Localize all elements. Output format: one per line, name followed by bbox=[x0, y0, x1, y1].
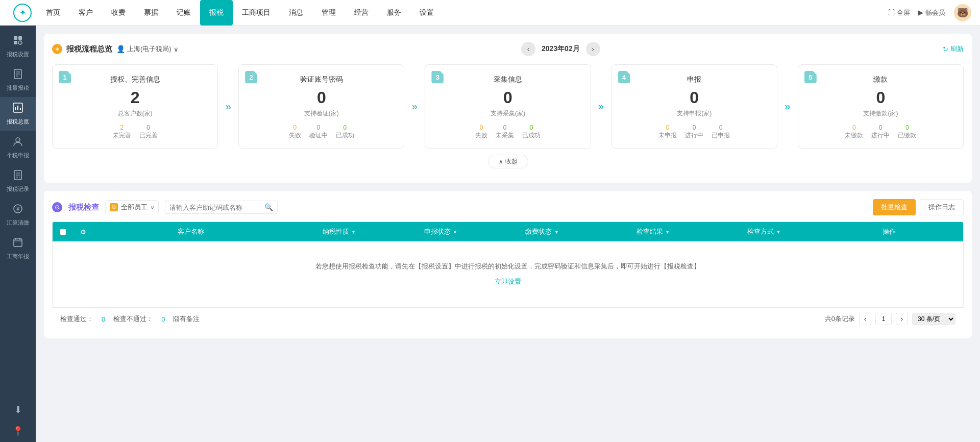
step-5-num: 5 bbox=[804, 71, 817, 83]
nav-operation[interactable]: 经营 bbox=[345, 0, 378, 26]
sidebar-item-location[interactable]: 📍 bbox=[0, 421, 36, 442]
sidebar-item-download[interactable]: ⬇ bbox=[0, 399, 36, 421]
month-navigation: ‹ 2023年02月 › bbox=[521, 42, 600, 56]
arrow-3-4: » bbox=[591, 64, 611, 149]
prev-page-button[interactable]: ‹ bbox=[859, 313, 871, 325]
th-pay-status[interactable]: 缴费状态 ▼ bbox=[492, 222, 593, 241]
prev-month-button[interactable]: ‹ bbox=[521, 42, 535, 56]
video-icon: ▶ bbox=[918, 9, 923, 16]
employee-filter-dropdown[interactable]: 员 全部员工 ∨ bbox=[105, 200, 159, 214]
page-number-input[interactable] bbox=[875, 313, 892, 325]
step-1-complete[interactable]: 0 已完善 bbox=[139, 124, 158, 140]
chevron-down-icon-filter: ∨ bbox=[151, 205, 154, 210]
flow-step-2: 2 验证账号密码 0 支持验证(家) 0 失败 0 验证中 bbox=[238, 64, 404, 149]
sidebar-item-batch-tax[interactable]: 批量报税 bbox=[0, 63, 36, 97]
th-tax-type[interactable]: 纳税性质 ▼ bbox=[288, 222, 390, 241]
step-2-fail[interactable]: 0 失败 bbox=[289, 124, 301, 140]
select-all-checkbox[interactable] bbox=[60, 229, 66, 235]
nav-service[interactable]: 服务 bbox=[378, 0, 410, 26]
empty-message: 若您想使用报税检查功能，请先在【报税设置】中进行报税的初始化设置，完成密码验证和… bbox=[53, 241, 963, 307]
th-check-method[interactable]: 检查方式 ▼ bbox=[714, 222, 815, 241]
step-3-success[interactable]: 0 已成功 bbox=[522, 124, 541, 140]
nav-message[interactable]: 消息 bbox=[280, 0, 312, 26]
sidebar-item-personal-tax[interactable]: 个税申报 bbox=[0, 131, 36, 164]
fail-count[interactable]: 0 bbox=[161, 315, 165, 323]
step-4-not-declared[interactable]: 0 未申报 bbox=[658, 124, 677, 140]
setup-link[interactable]: 立即设置 bbox=[73, 277, 943, 286]
nav-home[interactable]: 首页 bbox=[37, 0, 69, 26]
nav-client[interactable]: 客户 bbox=[69, 0, 102, 26]
step-5-paid[interactable]: 0 已缴款 bbox=[898, 124, 916, 140]
pagination: 共0条记录 ‹ › 30 条/页 50 条/页 100 条/页 bbox=[825, 313, 955, 325]
step-1-incomplete[interactable]: 2 未完善 bbox=[113, 124, 131, 140]
page-size-select[interactable]: 30 条/页 50 条/页 100 条/页 bbox=[912, 313, 955, 325]
fail-label: 检查不通过： bbox=[113, 314, 153, 324]
th-settings[interactable]: ⚙ bbox=[73, 222, 93, 241]
tax-record-icon bbox=[12, 169, 23, 183]
sidebar-item-tax-overview[interactable]: 报税总览 bbox=[0, 97, 36, 131]
empty-text: 若您想使用报税检查功能，请先在【报税设置】中进行报税的初始化设置，完成密码验证和… bbox=[73, 262, 943, 271]
step-3-num: 3 bbox=[431, 71, 444, 83]
main-nav: 首页 客户 收费 票据 记账 报税 工商项目 消息 管理 经营 服务 设置 bbox=[37, 0, 888, 26]
search-button[interactable]: 🔍 bbox=[264, 203, 273, 211]
tax-check-card: ⊙ 报税检查 员 全部员工 ∨ 🔍 批量检查 操作日志 bbox=[44, 191, 972, 338]
step-4-declared[interactable]: 0 已申报 bbox=[712, 124, 730, 140]
step-2-success[interactable]: 0 已成功 bbox=[336, 124, 354, 140]
operation-log-button[interactable]: 操作日志 bbox=[920, 199, 964, 215]
refresh-button[interactable]: ↻ 刷新 bbox=[943, 44, 964, 54]
sidebar-item-tax-record[interactable]: 报税记录 bbox=[0, 164, 36, 198]
nav-accounting[interactable]: 记账 bbox=[167, 0, 200, 26]
step-4-title: 申报 bbox=[620, 75, 769, 84]
fullscreen-button[interactable]: ⛶ 全屏 bbox=[888, 8, 910, 17]
step-1-stats: 2 未完善 0 已完善 bbox=[61, 124, 209, 140]
annual-report-icon bbox=[12, 237, 23, 251]
table-body: 若您想使用报税检查功能，请先在【报税设置】中进行报税的初始化设置，完成密码验证和… bbox=[53, 241, 963, 307]
nav-fee[interactable]: 收费 bbox=[102, 0, 135, 26]
nav-management[interactable]: 管理 bbox=[312, 0, 345, 26]
sidebar-item-tax-settings[interactable]: 报税设置 bbox=[0, 30, 36, 63]
tax-overview-icon bbox=[12, 102, 23, 116]
pass-count[interactable]: 0 bbox=[102, 315, 105, 323]
sidebar-item-annual-report[interactable]: 工商年报 bbox=[0, 232, 36, 265]
filter-icon-result: ▼ bbox=[665, 229, 670, 235]
location-selector[interactable]: 👤 上海(电子税局) ∨ bbox=[116, 44, 179, 54]
sidebar-item-settlement[interactable]: ¥ 汇算清缴 bbox=[0, 198, 36, 232]
nav-invoice[interactable]: 票据 bbox=[135, 0, 167, 26]
nav-business[interactable]: 工商项目 bbox=[233, 0, 280, 26]
step-3-title: 采集信息 bbox=[433, 75, 582, 84]
step-2-stats: 0 失败 0 验证中 0 已成功 bbox=[247, 124, 396, 140]
svg-text:✦: ✦ bbox=[19, 8, 26, 17]
collapse-row: ∧ 收起 bbox=[52, 155, 964, 168]
th-checkbox[interactable] bbox=[53, 222, 73, 241]
check-title-icon: ⊙ bbox=[52, 202, 62, 212]
step-3-stats: 0 失败 0 未采集 0 已成功 bbox=[433, 124, 582, 140]
sidebar: 报税设置 批量报税 报税总览 bbox=[0, 26, 36, 442]
step-4-stats: 0 未申报 0 进行中 0 已申报 bbox=[620, 124, 769, 140]
step-5-not-paid[interactable]: 0 未缴款 bbox=[845, 124, 863, 140]
svg-rect-5 bbox=[18, 36, 22, 40]
th-declare-status[interactable]: 申报状态 ▼ bbox=[390, 222, 492, 241]
collapse-button[interactable]: ∧ 收起 bbox=[488, 155, 528, 168]
step-3-count: 0 bbox=[433, 88, 582, 107]
nav-settings[interactable]: 设置 bbox=[410, 0, 443, 26]
check-title: 报税检查 bbox=[68, 203, 99, 212]
step-5-title: 缴款 bbox=[806, 75, 955, 84]
step-2-verifying: 0 验证中 bbox=[309, 124, 328, 140]
next-page-button[interactable]: › bbox=[896, 313, 908, 325]
svg-point-18 bbox=[16, 138, 20, 142]
step-2-subtitle: 支持验证(家) bbox=[247, 109, 396, 118]
double-arrow-icon-2: » bbox=[412, 101, 418, 112]
step-5-subtitle: 支持缴款(家) bbox=[806, 109, 955, 118]
step-4-num: 4 bbox=[618, 71, 630, 83]
flow-overview-card: + 报税流程总览 👤 上海(电子税局) ∨ ‹ 2023年02月 › ↻ 刷新 bbox=[44, 34, 972, 183]
search-input[interactable] bbox=[169, 204, 261, 211]
personal-tax-icon bbox=[12, 136, 23, 150]
batch-check-button[interactable]: 批量检查 bbox=[873, 199, 916, 215]
svg-rect-26 bbox=[14, 239, 22, 247]
nav-tax[interactable]: 报税 bbox=[200, 0, 233, 26]
step-3-fail[interactable]: 0 失败 bbox=[475, 124, 487, 140]
tax-check-table: ⚙ 客户名称 纳税性质 ▼ 申报状态 ▼ 缴费状态 ▼ bbox=[52, 222, 964, 307]
next-month-button[interactable]: › bbox=[586, 42, 600, 56]
th-check-result[interactable]: 检查结果 ▼ bbox=[593, 222, 714, 241]
member-button[interactable]: ▶ 畅会员 bbox=[918, 8, 945, 17]
